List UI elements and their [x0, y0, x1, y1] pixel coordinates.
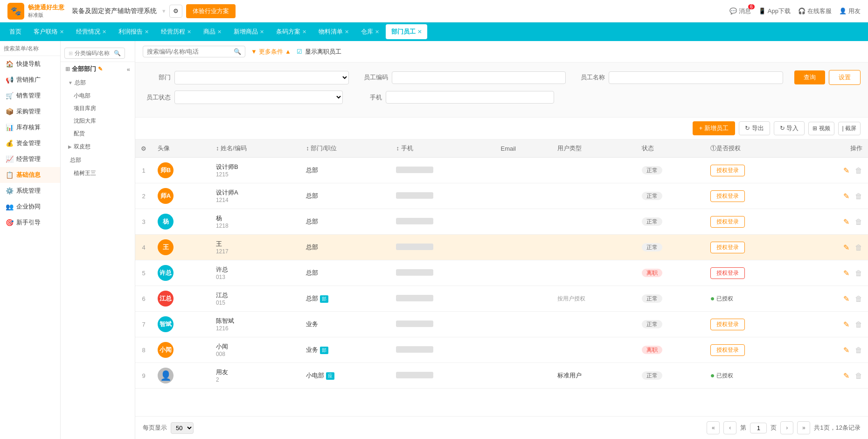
view-button[interactable]: ⊞ 视频	[808, 122, 834, 135]
authorize-button[interactable]: 授权登录	[710, 267, 745, 279]
sidebar-item-system[interactable]: ⚙️ 系统管理	[0, 183, 60, 199]
export-button[interactable]: ↻ 导出	[739, 121, 770, 135]
close-icon[interactable]: ✕	[417, 29, 422, 35]
msg-btn[interactable]: 💬 消息 6	[729, 7, 751, 15]
close-icon[interactable]: ✕	[187, 29, 191, 35]
phone-input[interactable]	[386, 91, 554, 104]
emp-name-input[interactable]	[609, 71, 783, 84]
online-service-btn[interactable]: 🎧 在线客服	[798, 7, 832, 15]
delete-button[interactable]: 🗑	[855, 192, 862, 200]
delete-button[interactable]: 🗑	[855, 346, 862, 354]
tab-goods[interactable]: 商品 ✕	[198, 24, 227, 39]
next-page-btn[interactable]: ›	[780, 421, 793, 434]
edit-button[interactable]: ✎	[843, 218, 849, 226]
col-name[interactable]: ↕ 姓名/编码	[210, 139, 300, 158]
close-icon[interactable]: ✕	[102, 29, 106, 35]
search-input[interactable]	[147, 48, 231, 55]
authorize-button[interactable]: 授权登录	[710, 165, 745, 176]
delete-button[interactable]: 🗑	[855, 269, 862, 277]
dept-child-xiaodian[interactable]: 小电部	[61, 90, 135, 102]
add-employee-button[interactable]: + 新增员工	[693, 121, 735, 135]
first-page-btn[interactable]: «	[707, 421, 720, 434]
close-icon[interactable]: ✕	[345, 29, 349, 35]
tab-barcode[interactable]: 条码方案 ✕	[271, 24, 312, 39]
sidebar-item-collab[interactable]: 👥 企业协同	[0, 199, 60, 215]
delete-button[interactable]: 🗑	[855, 218, 862, 226]
sidebar-item-finance[interactable]: 💰 资金管理	[0, 135, 60, 151]
show-resigned-toggle[interactable]: ☑ 显示离职员工	[297, 48, 341, 56]
query-button[interactable]: 查询	[794, 70, 825, 84]
dept-all-label[interactable]: 全部部门	[72, 65, 96, 73]
edit-button[interactable]: ✎	[843, 321, 849, 328]
per-page-select[interactable]: 50	[171, 422, 194, 434]
settings-button[interactable]: 设置	[829, 70, 861, 85]
edit-button[interactable]: ✎	[843, 244, 849, 251]
delete-button[interactable]: 🗑	[855, 295, 862, 303]
close-icon[interactable]: ✕	[60, 29, 64, 35]
user-avatar[interactable]: 👤 用友	[839, 7, 861, 15]
tab-department[interactable]: 部门员工 ✕	[386, 24, 427, 39]
close-icon[interactable]: ✕	[217, 29, 222, 35]
edit-button[interactable]: ✎	[843, 269, 849, 277]
dept-select[interactable]	[174, 71, 349, 84]
tab-profit[interactable]: 利润报告 ✕	[113, 24, 154, 39]
edit-button[interactable]: ✎	[843, 346, 849, 354]
tab-home[interactable]: 首页	[4, 24, 27, 39]
sidebar-item-shortcut[interactable]: 🏠 快捷导航	[0, 56, 60, 72]
delete-button[interactable]: 🗑	[855, 321, 862, 328]
close-icon[interactable]: ✕	[302, 29, 306, 35]
dept-child-shenyang[interactable]: 沈阳大库	[61, 115, 135, 127]
print-button[interactable]: | 截屏	[838, 122, 861, 135]
edit-button[interactable]: ✎	[843, 167, 849, 174]
authorize-button[interactable]: 授权登录	[710, 216, 745, 228]
dept-item-shuangpi[interactable]: ▶ 双皮想	[61, 140, 135, 153]
authorize-button[interactable]: 授权登录	[710, 344, 745, 356]
emp-code-input[interactable]	[392, 71, 566, 84]
import-button[interactable]: ↻ 导入	[774, 121, 805, 135]
sidebar-search-input[interactable]	[4, 45, 61, 52]
dropdown-arrow-icon[interactable]: ▾	[162, 7, 166, 14]
sidebar-item-purchase[interactable]: 📦 采购管理	[0, 104, 60, 119]
sidebar-item-guide[interactable]: 🎯 新手引导	[0, 215, 60, 230]
sidebar-item-inventory[interactable]: 📊 库存核算	[0, 119, 60, 135]
edit-button[interactable]: ✎	[843, 192, 849, 200]
prev-page-btn[interactable]: ‹	[723, 421, 736, 434]
tab-add-goods[interactable]: 新增商品 ✕	[228, 24, 270, 39]
try-btn[interactable]: 体验行业方案	[186, 4, 236, 18]
page-number-input[interactable]	[750, 423, 767, 433]
classify-search-input[interactable]	[75, 50, 112, 56]
col-settings[interactable]: ⚙	[135, 139, 152, 158]
authorize-button[interactable]: 授权登录	[710, 242, 745, 253]
app-download-btn[interactable]: 📱 App下载	[758, 7, 791, 15]
tab-history[interactable]: 经营历程 ✕	[155, 24, 197, 39]
dept-item-zongbu[interactable]: 总部	[61, 153, 135, 167]
last-page-btn[interactable]: »	[797, 421, 810, 434]
tab-customer[interactable]: 客户联络 ✕	[28, 24, 69, 39]
dept-edit-icon[interactable]: ✎	[98, 66, 103, 72]
delete-button[interactable]: 🗑	[855, 244, 862, 251]
sidebar-item-marketing[interactable]: 📢 营销推广	[0, 72, 60, 88]
authorize-button[interactable]: 授权登录	[710, 190, 745, 202]
sidebar-item-operations[interactable]: 📈 经营管理	[0, 151, 60, 167]
tab-operations[interactable]: 经营情况 ✕	[70, 24, 112, 39]
close-icon[interactable]: ✕	[145, 29, 149, 35]
filter-more-btn[interactable]: ▼ 更多条件 ▲	[251, 48, 291, 56]
delete-button[interactable]: 🗑	[855, 372, 862, 380]
tab-warehouse[interactable]: 仓库 ✕	[355, 24, 385, 39]
col-dept[interactable]: ↕ 部门/职位	[300, 139, 390, 158]
dept-item-head[interactable]: ▼ 总部	[61, 76, 135, 90]
dept-child-project[interactable]: 项目库房	[61, 102, 135, 115]
dept-child-zhishu[interactable]: 植树王三	[61, 167, 135, 180]
sidebar-item-sales[interactable]: 🛒 销售管理	[0, 88, 60, 104]
col-phone[interactable]: ↕ 手机	[390, 139, 495, 158]
delete-button[interactable]: 🗑	[855, 167, 862, 174]
authorize-button[interactable]: 授权登录	[710, 319, 745, 330]
close-icon[interactable]: ✕	[375, 29, 379, 35]
sidebar-item-basic[interactable]: 📋 基础信息	[0, 167, 60, 183]
emp-status-select[interactable]	[174, 91, 343, 104]
dept-child-peihuo[interactable]: 配货	[61, 127, 135, 140]
edit-button[interactable]: ✎	[843, 295, 849, 303]
close-icon[interactable]: ✕	[260, 29, 264, 35]
edit-button[interactable]: ✎	[843, 372, 849, 380]
settings-icon-btn[interactable]: ⚙	[169, 5, 182, 18]
